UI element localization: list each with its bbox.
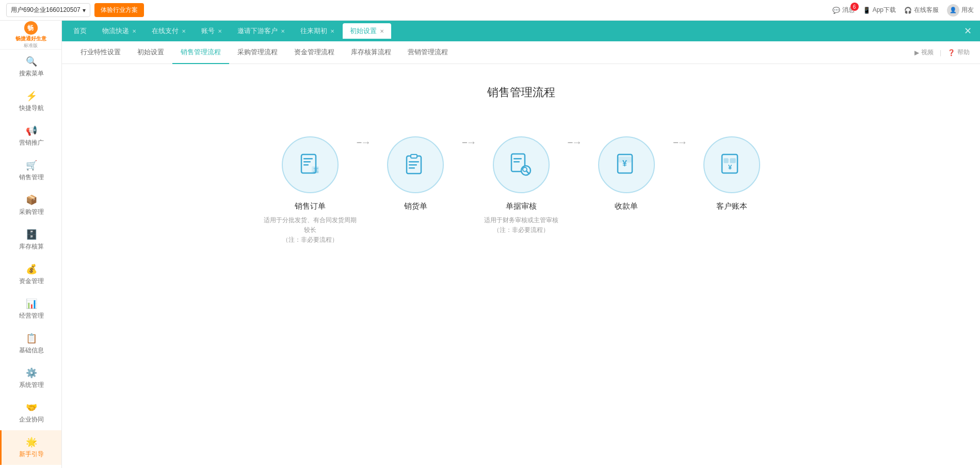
sub-tab-sales_flow[interactable]: 销售管理流程 — [172, 41, 229, 64]
flow-arrow-2: - - → — [568, 136, 580, 179]
nav-tab-label-payment: 在线支付 — [152, 26, 179, 36]
nav-tab-account[interactable]: 账号✕ — [194, 23, 229, 39]
svg-rect-12 — [409, 167, 415, 169]
sub-tab-inventory_calc[interactable]: 库存核算流程 — [343, 41, 399, 64]
nav-tab-close-init_settings[interactable]: ✕ — [380, 28, 384, 34]
sidebar-item-system[interactable]: ⚙️ 系统管理 — [0, 361, 61, 396]
nav-tab-init_settings[interactable]: 初始设置✕ — [343, 23, 391, 39]
sub-tab-purchase_flow[interactable]: 采购管理流程 — [229, 41, 286, 64]
sidebar-item-purchase[interactable]: 📦 采购管理 — [0, 188, 61, 223]
sub-tab-industry[interactable]: 行业特性设置 — [72, 41, 129, 64]
sidebar-label-inventory: 库存核算 — [19, 242, 44, 251]
sidebar-item-basic[interactable]: 📋 基础信息 — [0, 326, 61, 361]
nav-tab-invite[interactable]: 邀请下游客户✕ — [230, 23, 292, 39]
nav-tab-close-logistics[interactable]: ✕ — [132, 28, 136, 34]
sub-tab-label-purchase_flow: 采购管理流程 — [237, 48, 278, 57]
sub-tab-label-industry: 行业特性设置 — [81, 48, 121, 57]
close-all-tabs[interactable]: ✕ — [960, 25, 976, 37]
nav-tab-close-payment[interactable]: ✕ — [182, 28, 186, 34]
sidebar-label-sales: 销售管理 — [19, 173, 44, 182]
svg-rect-15 — [513, 161, 520, 163]
online-service-label: 在线客服 — [914, 6, 939, 14]
nav-tab-close-period[interactable]: ✕ — [330, 28, 334, 34]
svg-rect-21 — [619, 157, 631, 162]
online-service-item[interactable]: 🎧 在线客服 — [904, 6, 939, 14]
nav-tabs-right: ✕ — [960, 25, 976, 37]
sub-tab-label-finance_flow: 资金管理流程 — [294, 48, 334, 57]
message-item[interactable]: 💬 消息 6 — [832, 6, 855, 14]
nav-tab-close-invite[interactable]: ✕ — [281, 28, 285, 34]
nav-tab-logistics[interactable]: 物流快递✕ — [95, 23, 143, 39]
svg-rect-10 — [409, 161, 419, 163]
flow-circle-customer_ledger[interactable]: ¥ — [703, 136, 760, 193]
sidebar-item-appCenter[interactable]: 📱 应用中心 — [0, 465, 61, 468]
chevron-down-icon: ▾ — [83, 7, 86, 14]
flow-circle-sales_order[interactable]: 三 — [282, 136, 339, 193]
user-selector[interactable]: 用户690企业1660120507 ▾ — [6, 3, 90, 17]
nav-tab-label-period: 往来期初 — [300, 26, 327, 36]
sidebar-item-operation[interactable]: 📊 经营管理 — [0, 292, 61, 326]
app-download-item[interactable]: 📱 App下载 — [863, 6, 896, 14]
flow-name-sales_order: 销售订单 — [295, 201, 326, 211]
sidebar-icon-inventory: 🗄️ — [26, 229, 37, 240]
sidebar-label-quick: 快捷导航 — [19, 104, 44, 113]
sidebar-logo: 畅 畅捷通好生意 标准版 — [0, 21, 61, 50]
user-profile-item[interactable]: 👤 用友 — [947, 4, 974, 17]
nav-tab-close-account[interactable]: ✕ — [218, 28, 222, 34]
message-icon: 💬 — [832, 7, 840, 14]
nav-tab-home[interactable]: 首页 — [66, 23, 94, 39]
flow-arrow-0: - - → — [357, 136, 369, 179]
help-link[interactable]: ❓ 帮助 — [947, 48, 970, 57]
flow-arrow-1: - - → — [462, 136, 474, 179]
sidebar-icon-collab: 🤝 — [26, 402, 37, 413]
sidebar-icon-finance: 💰 — [26, 263, 37, 275]
sub-tab-init[interactable]: 初始设置 — [129, 41, 172, 64]
svg-rect-4 — [303, 161, 311, 163]
message-badge: 6 — [850, 3, 859, 11]
logo-icon: 畅 — [23, 21, 39, 35]
sidebar-item-inventory[interactable]: 🗄️ 库存核算 — [0, 223, 61, 257]
flow-name-customer_ledger: 客户账本 — [716, 201, 747, 211]
sidebar-item-quick[interactable]: ⚡ 快捷导航 — [0, 84, 61, 119]
nav-tab-label-account: 账号 — [201, 26, 215, 36]
sidebar-item-newguide[interactable]: 🌟 新手引导 — [0, 430, 61, 465]
trial-button[interactable]: 体验行业方案 — [94, 3, 144, 17]
flow-name-doc_audit: 单据审核 — [506, 201, 537, 211]
sidebar-label-operation: 经营管理 — [19, 311, 44, 320]
user-label: 用户690企业1660120507 — [11, 6, 81, 14]
top-bar: 用户690企业1660120507 ▾ 体验行业方案 💬 消息 6 📱 App下… — [0, 0, 980, 21]
sub-tab-finance_flow[interactable]: 资金管理流程 — [286, 41, 343, 64]
sub-tab-label-inventory_calc: 库存核算流程 — [351, 48, 391, 57]
nav-tab-period[interactable]: 往来期初✕ — [293, 23, 342, 39]
page-content: 销售管理流程 三 销售订单 适用于分批发货、有合同发货周期较长（注：非必要流程）… — [62, 64, 980, 468]
sidebar-item-marketing_promo[interactable]: 📢 营销推广 — [0, 119, 61, 153]
page-title: 销售管理流程 — [72, 85, 970, 100]
nav-tabs: 首页物流快递✕在线支付✕账号✕邀请下游客户✕往来期初✕初始设置✕ ✕ — [62, 21, 980, 41]
avatar: 👤 — [947, 4, 959, 17]
sub-tab-marketing_flow[interactable]: 营销管理流程 — [399, 41, 456, 64]
sidebar-item-search[interactable]: 🔍 搜索菜单 — [0, 50, 61, 84]
sidebar-icon-search: 🔍 — [26, 56, 37, 67]
main-layout: 畅 畅捷通好生意 标准版 🔍 搜索菜单 ⚡ 快捷导航 📢 营销推广 🛒 销售管理… — [0, 21, 980, 468]
sidebar-item-finance[interactable]: 💰 资金管理 — [0, 257, 61, 292]
sidebar-item-sales[interactable]: 🛒 销售管理 — [0, 153, 61, 188]
sub-tab-label-sales_flow: 销售管理流程 — [181, 48, 221, 57]
flow-circle-sales_invoice[interactable] — [387, 136, 444, 193]
top-bar-right: 💬 消息 6 📱 App下载 🎧 在线客服 👤 用友 — [832, 4, 974, 17]
sidebar-icon-purchase: 📦 — [26, 194, 37, 206]
sub-tabs-right: ▶ 视频 | ❓ 帮助 — [914, 48, 970, 57]
sidebar-label-finance: 资金管理 — [19, 277, 44, 286]
flow-circle-receipt[interactable]: ¥ — [598, 136, 655, 193]
sidebar-item-collab[interactable]: 🤝 企业协同 — [0, 396, 61, 430]
help-icon: ❓ — [947, 49, 955, 56]
flow-circle-doc_audit[interactable] — [493, 136, 550, 193]
video-link[interactable]: ▶ 视频 — [914, 48, 934, 57]
sidebar-icon-system: ⚙️ — [26, 367, 37, 379]
sub-tab-label-init: 初始设置 — [137, 48, 164, 57]
sidebar-icon-basic: 📋 — [26, 333, 37, 344]
play-icon: ▶ — [914, 49, 919, 56]
nav-tab-payment[interactable]: 在线支付✕ — [144, 23, 193, 39]
svg-text:畅: 畅 — [27, 24, 34, 32]
sidebar-label-collab: 企业协同 — [19, 415, 44, 424]
flow-desc-sales_order: 适用于分批发货、有合同发货周期较长（注：非必要流程） — [264, 215, 357, 245]
